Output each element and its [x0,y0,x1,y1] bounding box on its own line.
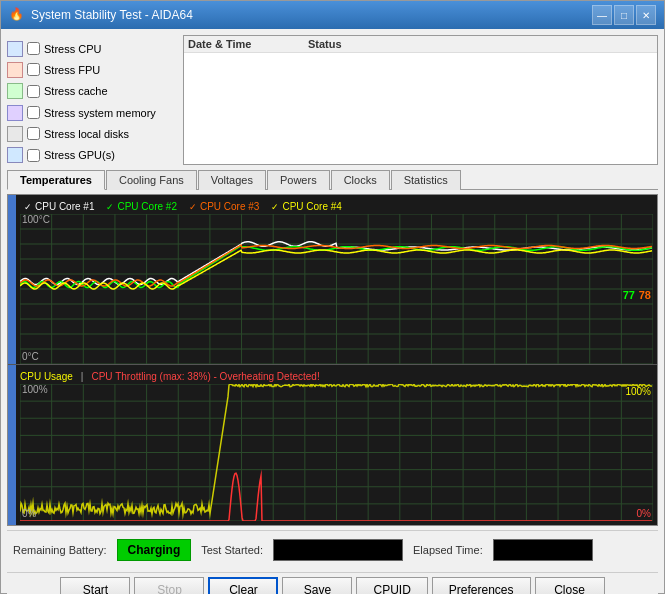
tab-clocks[interactable]: Clocks [331,170,390,190]
lower-value-0: 0% [637,508,651,519]
stress-fpu-checkbox[interactable] [27,63,40,76]
app-icon: 🔥 [9,7,25,23]
upper-y-bottom-label: 0°C [22,351,39,362]
stress-cpu-row: Stress CPU [7,39,177,58]
legend-check-core2: ✓ [106,202,114,212]
charging-badge: Charging [117,539,192,561]
stop-button[interactable]: Stop [134,577,204,594]
battery-label: Remaining Battery: [13,544,107,556]
main-content: Stress CPU Stress FPU Stress cache Stres… [1,29,664,594]
status-table-panel: Date & Time Status [183,35,658,165]
cache-icon [7,83,23,99]
stress-fpu-label: Stress FPU [44,64,100,76]
tab-temperatures[interactable]: Temperatures [7,170,105,190]
tab-cooling-fans[interactable]: Cooling Fans [106,170,197,190]
upper-chart: ✓ CPU Core #1 ✓ CPU Core #2 ✓ CPU Core #… [8,195,657,365]
test-started-value [273,539,403,561]
legend-check-core1: ✓ [24,202,32,212]
legend-core4: ✓ CPU Core #4 [271,201,341,212]
lower-chart-title: CPU Usage | CPU Throttling (max: 38%) - … [20,369,653,384]
cpu-usage-label: CPU Usage [20,371,73,382]
legend-core1: ✓ CPU Core #1 [24,201,94,212]
stress-cache-row: Stress cache [7,82,177,101]
clear-button[interactable]: Clear [208,577,278,594]
stress-gpu-row: Stress GPU(s) [7,146,177,165]
stress-memory-label: Stress system memory [44,107,156,119]
lower-y-top-label: 100% [22,384,48,395]
stress-disk-checkbox[interactable] [27,127,40,140]
stress-disk-label: Stress local disks [44,128,129,140]
value-77: 77 [623,289,635,301]
throttle-label: CPU Throttling (max: 38%) - Overheating … [91,371,319,382]
lower-chart-area: 100% 0% 100% 0% [20,384,653,521]
test-started-label: Test Started: [201,544,263,556]
memory-icon [7,105,23,121]
main-window: 🔥 System Stability Test - AIDA64 — □ ✕ S… [0,0,665,594]
bottom-status-bar: Remaining Battery: Charging Test Started… [7,530,658,568]
maximize-button[interactable]: □ [614,5,634,25]
legend-check-core4: ✓ [271,202,279,212]
stress-cpu-label: Stress CPU [44,43,101,55]
status-header: Status [308,38,653,50]
stress-cache-label: Stress cache [44,85,108,97]
close-button[interactable]: Close [535,577,605,594]
date-time-header: Date & Time [188,38,308,50]
legend-label-core1: CPU Core #1 [35,201,94,212]
lower-value-100: 100% [625,386,651,397]
stress-gpu-checkbox[interactable] [27,149,40,162]
tab-statistics[interactable]: Statistics [391,170,461,190]
legend-core3: ✓ CPU Core #3 [189,201,259,212]
tabs-section: Temperatures Cooling Fans Voltages Power… [7,169,658,190]
tab-voltages[interactable]: Voltages [198,170,266,190]
elapsed-label: Elapsed Time: [413,544,483,556]
buttons-bar: Start Stop Clear Save CPUID Preferences … [7,572,658,594]
elapsed-value [493,539,593,561]
disk-icon [7,126,23,142]
legend-core2: ✓ CPU Core #2 [106,201,176,212]
window-title: System Stability Test - AIDA64 [31,8,592,22]
legend-label-core4: CPU Core #4 [282,201,341,212]
chart-legend: ✓ CPU Core #1 ✓ CPU Core #2 ✓ CPU Core #… [20,199,653,214]
stress-options-panel: Stress CPU Stress FPU Stress cache Stres… [7,35,177,165]
status-table-header: Date & Time Status [184,36,657,53]
cpuid-button[interactable]: CPUID [356,577,427,594]
charts-section: ✓ CPU Core #1 ✓ CPU Core #2 ✓ CPU Core #… [7,194,658,526]
gpu-icon [7,147,23,163]
legend-label-core3: CPU Core #3 [200,201,259,212]
cpu-icon [7,41,23,57]
stress-cpu-checkbox[interactable] [27,42,40,55]
stress-cache-checkbox[interactable] [27,85,40,98]
lower-chart-canvas [20,384,653,521]
stress-disk-row: Stress local disks [7,124,177,143]
tab-powers[interactable]: Powers [267,170,330,190]
stress-fpu-row: Stress FPU [7,60,177,79]
preferences-button[interactable]: Preferences [432,577,531,594]
lower-y-bottom-label: 0% [22,508,36,519]
legend-label-core2: CPU Core #2 [117,201,176,212]
status-table-body [184,53,657,164]
fpu-icon [7,62,23,78]
minimize-button[interactable]: — [592,5,612,25]
top-section: Stress CPU Stress FPU Stress cache Stres… [7,35,658,165]
upper-chart-canvas [20,214,653,364]
save-button[interactable]: Save [282,577,352,594]
title-bar: 🔥 System Stability Test - AIDA64 — □ ✕ [1,1,664,29]
upper-y-top-label: 100°C [22,214,50,225]
upper-chart-area: 100°C 0°C 77 78 [20,214,653,364]
value-78: 78 [639,289,651,301]
start-button[interactable]: Start [60,577,130,594]
tabs-bar: Temperatures Cooling Fans Voltages Power… [7,169,658,190]
separator: | [81,371,84,382]
close-window-button[interactable]: ✕ [636,5,656,25]
lower-chart: CPU Usage | CPU Throttling (max: 38%) - … [8,365,657,525]
stress-gpu-label: Stress GPU(s) [44,149,115,161]
stress-memory-row: Stress system memory [7,103,177,122]
window-controls: — □ ✕ [592,5,656,25]
legend-check-core3: ✓ [189,202,197,212]
stress-memory-checkbox[interactable] [27,106,40,119]
